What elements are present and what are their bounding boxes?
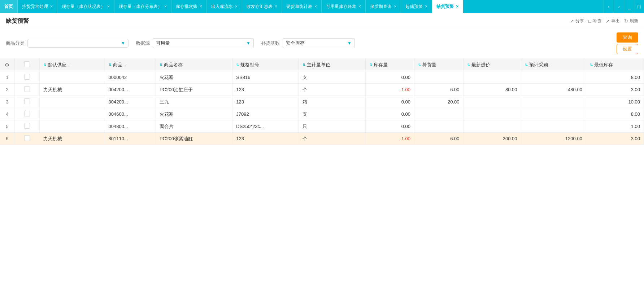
tab-close-icon[interactable]: × — [358, 4, 361, 9]
page-title: 缺货预警 — [6, 17, 29, 25]
row-settings-cell: 3 — [0, 96, 14, 108]
row-min-stock-cell: 10.00 — [586, 96, 644, 108]
export-button[interactable]: ↗ 导出 — [606, 18, 620, 24]
row-latest-price-cell — [463, 120, 521, 133]
row-checkbox-cell[interactable] — [14, 108, 40, 120]
row-settings-cell: 4 — [0, 108, 14, 120]
default-supplier-column-header[interactable]: ⇅ 默认供应... — [40, 58, 105, 71]
select-all-checkbox[interactable] — [24, 61, 30, 67]
export-label: 导出 — [611, 18, 620, 24]
settings-column-header[interactable]: ⚙ — [0, 58, 14, 71]
row-checkbox[interactable] — [24, 86, 30, 92]
row-checkbox-cell[interactable] — [14, 84, 40, 96]
tab-close-icon[interactable]: × — [456, 4, 458, 9]
sort-icon: ⇅ — [369, 63, 372, 67]
sort-icon: ⇅ — [590, 63, 593, 67]
query-button[interactable]: 查询 — [617, 32, 638, 43]
tab-stock-status[interactable]: 现存量（库存状况表） × — [57, 0, 114, 13]
restock-button[interactable]: □ 补货 — [588, 18, 601, 24]
restock-qty-column-header[interactable]: ⇅ 补货量 — [414, 58, 464, 71]
unit-column-header[interactable]: ⇅ 主计量单位 — [299, 58, 365, 71]
tab-stock-dist[interactable]: 现存量（库存分布表） × — [114, 0, 171, 13]
tab-expiry-query[interactable]: 保质期查询 × — [366, 0, 401, 13]
row-checkbox[interactable] — [24, 111, 30, 116]
settings-button[interactable]: 设置 — [617, 44, 638, 54]
min-stock-column-header[interactable]: ⇅ 最低库存 — [586, 58, 644, 71]
product-code-column-header[interactable]: ⇅ 商品... — [105, 58, 156, 71]
row-checkbox-cell[interactable] — [14, 71, 40, 84]
tab-batch-account[interactable]: 库存批次账 × — [171, 0, 207, 13]
tab-collect-summary[interactable]: 收发存汇总表 × — [242, 0, 282, 13]
tab-prev-button[interactable]: ‹ — [604, 0, 614, 13]
checkbox-column-header[interactable] — [14, 58, 40, 71]
product-name-column-header[interactable]: ⇅ 商品名称 — [156, 58, 232, 71]
row-restock-qty-cell — [414, 120, 464, 133]
row-checkbox-cell[interactable] — [14, 96, 40, 108]
tab-inout-flow[interactable]: 出入库流水 × — [207, 0, 242, 13]
spec-column-header[interactable]: ⇅ 规格型号 — [232, 58, 299, 71]
tab-minimize-button[interactable]: ⎯ — [624, 0, 634, 13]
tab-close-icon[interactable]: × — [314, 4, 317, 9]
row-checkbox-cell[interactable] — [14, 120, 40, 133]
tab-shortage-warning[interactable]: 缺货预警 × — [432, 0, 463, 13]
tab-close-icon[interactable]: × — [425, 4, 427, 9]
row-estimated-purchase-cell — [521, 108, 586, 120]
row-unit-cell: 箱 — [299, 96, 365, 108]
stock-qty-column-header[interactable]: ⇅ 库存量 — [365, 58, 414, 71]
tab-close-icon[interactable]: × — [200, 4, 202, 9]
row-stock-qty-cell: 0.00 — [365, 108, 414, 120]
row-checkbox[interactable] — [24, 74, 30, 80]
row-spec-cell: 123 — [232, 84, 299, 96]
row-unit-cell: 只 — [299, 120, 365, 133]
tab-close-icon[interactable]: × — [394, 4, 396, 9]
tab-next-button[interactable]: › — [614, 0, 624, 13]
tab-maximize-button[interactable]: □ — [634, 0, 644, 13]
share-button[interactable]: ↗ 分享 — [570, 18, 584, 24]
table-row: 5 004800... 离合片 DS250*23c... 只 0.00 1.00 — [0, 120, 644, 133]
tab-requisition-stat[interactable]: 要货单统计表 × — [282, 0, 322, 13]
tab-home[interactable]: 首页 — [0, 0, 18, 13]
tab-overstock-warning[interactable]: 超储预警 × — [401, 0, 432, 13]
row-estimated-purchase-cell — [521, 71, 586, 84]
category-select[interactable]: ▼ — [27, 39, 129, 48]
datasource-select[interactable]: 可用量 ▼ — [153, 38, 254, 48]
refresh-icon: ↻ — [624, 18, 628, 24]
table-row: 3 004200... 三九 123 箱 0.00 20.00 10.00 — [0, 96, 644, 108]
row-spec-cell: DS250*23c... — [232, 120, 299, 133]
row-settings-cell: 5 — [0, 120, 14, 133]
tab-reject-abnormal[interactable]: 拣货异常处理 × — [18, 0, 57, 13]
row-checkbox[interactable] — [24, 135, 30, 141]
row-supplier-cell — [40, 71, 105, 84]
tab-close-icon[interactable]: × — [275, 4, 277, 9]
data-table: ⚙ ⇅ 默认供应... ⇅ 商品... — [0, 58, 644, 145]
row-estimated-purchase-cell: 480.00 — [521, 84, 586, 96]
settings-icon[interactable]: ⚙ — [5, 62, 9, 68]
row-supplier-cell: 力天机械 — [40, 84, 105, 96]
tab-label: 出入库流水 — [211, 4, 233, 10]
tab-label: 可用量库存账本 — [326, 4, 356, 10]
row-stock-qty-cell: 0.00 — [365, 96, 414, 108]
restock-base-select[interactable]: 安全库存 ▼ — [283, 38, 355, 48]
tab-close-icon[interactable]: × — [164, 4, 167, 9]
row-checkbox[interactable] — [24, 98, 30, 104]
tab-close-icon[interactable]: × — [107, 4, 110, 9]
tab-label: 要货单统计表 — [286, 4, 312, 10]
tab-close-icon[interactable]: × — [50, 4, 53, 9]
row-estimated-purchase-cell — [521, 120, 586, 133]
estimated-purchase-column-header[interactable]: ⇅ 预计采购... — [521, 58, 586, 71]
row-stock-qty-cell: 0.00 — [365, 71, 414, 84]
tab-close-icon[interactable]: × — [235, 4, 238, 9]
row-checkbox-cell[interactable] — [14, 133, 40, 145]
tab-label: 缺货预警 — [436, 4, 454, 10]
row-product-code-cell: 801110... — [105, 133, 156, 145]
refresh-button[interactable]: ↻ 刷新 — [624, 18, 638, 24]
tab-label: 现存量（库存分布表） — [119, 4, 162, 10]
tab-available-ledger[interactable]: 可用量库存账本 × — [322, 0, 366, 13]
row-supplier-cell: 力天机械 — [40, 133, 105, 145]
restock-base-filter-group: 补货基数 安全库存 ▼ — [261, 38, 355, 48]
tab-label: 收发存汇总表 — [247, 4, 273, 10]
tab-label: 保质期查询 — [370, 4, 392, 10]
latest-price-column-header[interactable]: ⇅ 最新进价 — [463, 58, 521, 71]
refresh-label: 刷新 — [630, 18, 638, 24]
row-checkbox[interactable] — [24, 123, 30, 129]
